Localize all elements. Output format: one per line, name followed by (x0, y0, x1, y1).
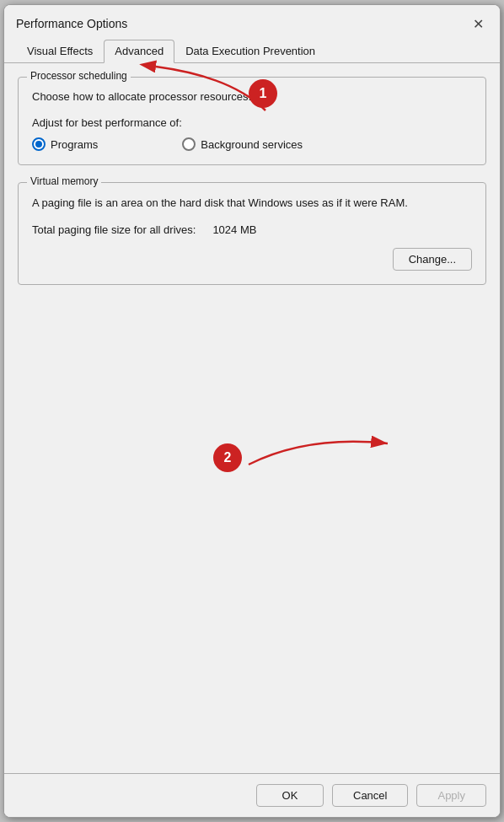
change-button[interactable]: Change... (393, 248, 472, 271)
virtual-memory-desc: A paging file is an area on the hard dis… (32, 195, 472, 212)
radio-background-indicator (182, 137, 196, 151)
tab-content: Processor scheduling Choose how to alloc… (4, 63, 500, 773)
processor-scheduling-legend: Processor scheduling (27, 70, 131, 82)
radio-programs-indicator (32, 137, 46, 151)
annotation-2: 2 (213, 443, 242, 472)
performance-options-dialog: Performance Options ✕ Visual Effects Adv… (3, 4, 501, 818)
close-button[interactable]: ✕ (468, 13, 488, 34)
radio-programs-label: Programs (51, 138, 98, 151)
apply-button[interactable]: Apply (416, 784, 486, 807)
vm-size-label: Total paging file size for all drives: (32, 223, 196, 236)
performance-radio-group: Programs Background services (32, 137, 472, 151)
tab-dep[interactable]: Data Execution Prevention (174, 40, 326, 63)
radio-background-label: Background services (201, 138, 303, 151)
cancel-button[interactable]: Cancel (332, 784, 408, 807)
change-row: Change... (32, 248, 472, 271)
bottom-bar: OK Cancel Apply (4, 773, 500, 817)
vm-size-value: 1024 MB (212, 223, 256, 236)
virtual-memory-legend: Virtual memory (27, 175, 101, 187)
radio-programs-dot (35, 141, 42, 148)
tab-visual-effects[interactable]: Visual Effects (16, 40, 104, 63)
virtual-memory-section: Virtual memory A paging file is an area … (18, 182, 486, 285)
radio-background[interactable]: Background services (182, 137, 303, 151)
ok-button[interactable]: OK (256, 784, 324, 807)
tab-advanced[interactable]: Advanced (104, 40, 174, 63)
tab-strip: Visual Effects Advanced Data Execution P… (4, 34, 500, 63)
annotation-1: 1 (249, 79, 277, 108)
radio-programs[interactable]: Programs (32, 137, 98, 151)
adjust-label: Adjust for best performance of: (32, 116, 472, 129)
dialog-title: Performance Options (16, 17, 127, 30)
title-bar: Performance Options ✕ (4, 5, 500, 34)
